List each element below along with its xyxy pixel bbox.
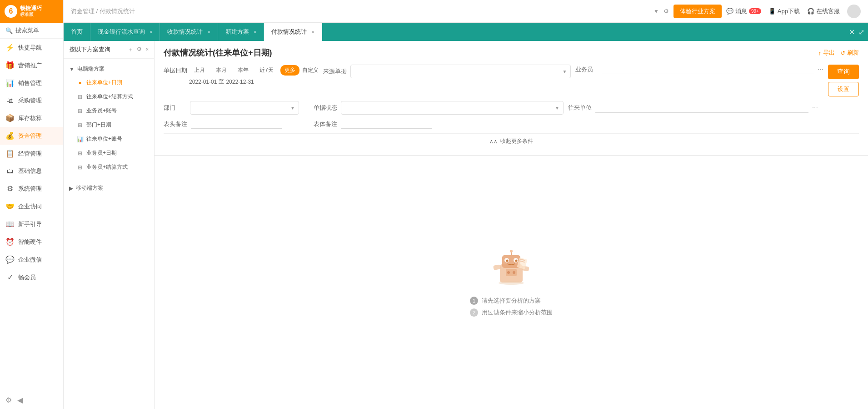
staff-input[interactable] — [602, 65, 813, 74]
scheme-settings-btn[interactable]: ⚙ — [137, 46, 142, 54]
search-label: 搜索菜单 — [15, 26, 39, 35]
sidebar-item-operations[interactable]: 📋 经营管理 — [0, 145, 63, 162]
system-icon: ⚙ — [5, 184, 15, 193]
sidebar-item-label: 新手引导 — [18, 220, 42, 228]
scheme-item-staff-settle[interactable]: ⊞ 业务员+结算方式 — [64, 160, 154, 174]
mobile-section-title[interactable]: ▶ 移动端方案 — [64, 182, 154, 195]
svg-point-7 — [510, 250, 513, 252]
tab-receipt-stat-label: 收款情况统计 — [167, 28, 203, 36]
collapse-more-btn[interactable]: ∧∧ 收起更多条件 — [164, 133, 859, 149]
sidebar-item-vip[interactable]: ✓ 畅会员 — [0, 268, 63, 286]
sidebar-item-label: 智能硬件 — [18, 238, 42, 246]
message-icon: 💬 — [726, 8, 733, 15]
sidebar-item-label: 畅会员 — [18, 273, 36, 282]
receipt-status-select[interactable]: ▼ — [341, 101, 564, 115]
app-download-action[interactable]: 📱 App下载 — [768, 7, 800, 15]
gear-icon: ⚙ — [663, 8, 669, 15]
sidebar-item-guide[interactable]: 📖 新手引导 — [0, 215, 63, 233]
sidebar: 6 畅捷通巧 标准版 🔍 搜索菜单 ⚡ 快捷导航 🎁 营销推广 📊 销售管理 🛍… — [0, 0, 64, 409]
scheme-collapse-btn[interactable]: « — [145, 46, 149, 54]
sidebar-search[interactable]: 🔍 搜索菜单 — [0, 23, 63, 39]
sidebar-item-inventory[interactable]: 📦 库存核算 — [0, 109, 63, 127]
tab-close-all-btn[interactable]: ✕ — [849, 28, 855, 36]
export-btn[interactable]: ↑ 导出 — [818, 49, 835, 57]
date-btn-this-year[interactable]: 本年 — [234, 65, 253, 76]
online-service-action[interactable]: 🎧 在线客服 — [807, 7, 840, 15]
source-select[interactable]: ▼ — [350, 65, 571, 78]
app-download-label: App下载 — [778, 7, 800, 15]
tab-payment-stat-close[interactable]: × — [311, 29, 314, 35]
date-btn-this-month[interactable]: 本月 — [212, 65, 231, 76]
tab-home[interactable]: 首页 — [64, 23, 90, 41]
date-btn-7days[interactable]: 近7天 — [255, 65, 278, 76]
sidebar-item-quick-nav[interactable]: ⚡ 快捷导航 — [0, 39, 63, 56]
breadcrumb: 资金管理 / 付款情况统计 — [71, 7, 649, 15]
scheme-icon: ⊞ — [76, 164, 84, 171]
tab-new-scheme-label: 新建方案 — [225, 28, 249, 36]
sidebar-item-finance[interactable]: 💰 资金管理 — [0, 127, 63, 145]
sidebar-item-basic-info[interactable]: 🗂 基础信息 — [0, 162, 63, 180]
message-action[interactable]: 💬 消息 99+ — [726, 7, 761, 15]
user-avatar[interactable] — [847, 5, 861, 18]
scheme-item-staff-account[interactable]: ⊞ 业务员+账号 — [64, 104, 154, 118]
sidebar-item-hardware[interactable]: ⏰ 智能硬件 — [0, 233, 63, 251]
tip-text-2: 用过滤条件来缩小分析范围 — [482, 308, 553, 317]
sidebar-item-purchase[interactable]: 🛍 采购管理 — [0, 92, 63, 109]
tab-expand-btn[interactable]: ⤢ — [858, 28, 864, 36]
refresh-icon: ↺ — [840, 50, 845, 56]
dept-select[interactable]: ▼ — [190, 101, 299, 115]
sidebar-item-system[interactable]: ⚙ 系统管理 — [0, 180, 63, 197]
header-actions: 💬 消息 99+ 📱 App下载 🎧 在线客服 — [726, 5, 861, 18]
tab-new-scheme[interactable]: 新建方案 × — [218, 23, 264, 41]
tip-num-2: 2 — [470, 308, 478, 317]
refresh-label: 刷新 — [847, 49, 859, 57]
sidebar-item-label: 经营管理 — [18, 150, 42, 158]
active-scheme-icon: ● — [76, 79, 84, 86]
pc-section-title[interactable]: ▼ 电脑端方案 — [64, 62, 154, 76]
query-btn[interactable]: 查询 — [828, 65, 859, 79]
sidebar-item-marketing[interactable]: 🎁 营销推广 — [0, 56, 63, 74]
scheme-item-partner-account[interactable]: 📊 往来单位+账号 — [64, 132, 154, 146]
settings-icon[interactable]: ⚙ — [5, 396, 12, 404]
sidebar-item-sales[interactable]: 📊 销售管理 — [0, 74, 63, 92]
tab-bank-flow[interactable]: 现金银行流水查询 × — [90, 23, 160, 41]
search-icon: 🔍 — [5, 27, 13, 34]
tab-payment-stat[interactable]: 付款情况统计 × — [264, 23, 322, 41]
tab-bank-flow-close[interactable]: × — [150, 29, 152, 35]
partner-input[interactable] — [595, 103, 808, 113]
svg-point-5 — [515, 259, 518, 262]
tab-receipt-stat-close[interactable]: × — [207, 29, 210, 35]
logo-name: 畅捷通巧 — [20, 5, 42, 11]
scheme-item-label: 部门+日期 — [86, 121, 111, 129]
scheme-item-label: 往来单位+账号 — [86, 135, 122, 143]
add-scheme-btn[interactable]: ＋ — [128, 46, 133, 54]
scheme-item-dept-date[interactable]: ⊞ 部门+日期 — [64, 118, 154, 132]
scheme-item-staff-date[interactable]: ⊞ 业务员+日期 — [64, 146, 154, 160]
tab-receipt-stat[interactable]: 收款情况统计 × — [160, 23, 218, 41]
empty-tip-1: 1 请先选择要分析的方案 — [470, 297, 553, 305]
scheme-item-label: 往来单位+结算方式 — [86, 93, 133, 101]
svg-rect-8 — [493, 264, 501, 270]
sidebar-item-label: 基础信息 — [18, 167, 42, 175]
body-note-input[interactable] — [341, 119, 432, 129]
vip-icon: ✓ — [5, 273, 15, 282]
purchase-icon: 🛍 — [5, 96, 15, 105]
scheme-item-partner-date[interactable]: ● 往来单位+日期 — [64, 76, 154, 90]
operations-icon: 📋 — [5, 149, 15, 158]
scheme-item-partner-settle[interactable]: ⊞ 往来单位+结算方式 — [64, 90, 154, 104]
pc-scheme-section: ▼ 电脑端方案 ● 往来单位+日期 ⊞ 往来单位+结算方式 ⊞ 业务员+账号 ⊞ — [64, 59, 154, 178]
partner-dots[interactable]: ··· — [812, 104, 818, 112]
collapse-icon[interactable]: ◀ — [17, 396, 23, 404]
header-settings-icon[interactable]: ⚙ — [663, 8, 669, 15]
refresh-btn[interactable]: ↺ 刷新 — [840, 49, 859, 57]
staff-dots[interactable]: ··· — [818, 66, 823, 74]
date-btn-last-month[interactable]: 上月 — [190, 65, 209, 76]
sidebar-item-wechat[interactable]: 💬 企业微信 — [0, 251, 63, 268]
date-btn-more[interactable]: 更多 — [280, 65, 299, 76]
header-note-input[interactable] — [191, 119, 282, 129]
settings-btn[interactable]: 设置 — [828, 82, 859, 96]
tab-new-scheme-close[interactable]: × — [254, 29, 256, 35]
industry-btn[interactable]: 体验行业方案 — [673, 5, 722, 18]
finance-icon: 💰 — [5, 131, 15, 140]
sidebar-item-enterprise[interactable]: 🤝 企业协同 — [0, 197, 63, 215]
